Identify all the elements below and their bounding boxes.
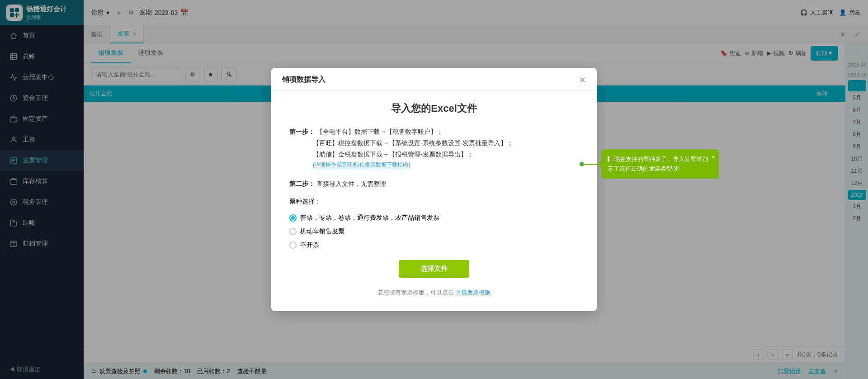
- modal-header: 销项数据导入 ✕: [271, 68, 597, 91]
- step2-content: 直接导入文件，无需整理: [316, 180, 386, 187]
- radio-group: 普票，专票，卷票，通行费发票，农产品销售发票 机动车销售发票 不开票: [289, 214, 579, 249]
- tooltip-connector: [583, 164, 598, 165]
- step1-line3: 【航信】金税盘数据下载→【报税管理-发票数据导出】；: [313, 149, 579, 160]
- modal-overlay: 销项数据导入 ✕ 导入您的Excel文件 第一步： 【全电平台】数据下载→【税务…: [0, 0, 868, 379]
- radio-none-label: 不开票: [300, 241, 319, 249]
- step1-link-area: (详细操作见百旺/航信发票数据下载指南): [313, 160, 579, 170]
- step2-label: 第二步：: [289, 180, 315, 187]
- radio-motor[interactable]: 机动车销售发票: [289, 227, 579, 236]
- tooltip-close-btn[interactable]: ×: [712, 152, 715, 162]
- modal-step2: 第二步： 直接导入文件，无需整理: [289, 178, 579, 190]
- modal-close-btn[interactable]: ✕: [579, 75, 586, 85]
- modal-body: 导入您的Excel文件 第一步： 【全电平台】数据下载→【税务数字账户】； 【百…: [271, 91, 597, 311]
- radio-normal-circle: [289, 214, 297, 222]
- import-modal: 销项数据导入 ✕ 导入您的Excel文件 第一步： 【全电平台】数据下载→【税务…: [271, 68, 597, 311]
- radio-none[interactable]: 不开票: [289, 241, 579, 249]
- tooltip-popup: × 现在支持的票种多了，导入发票时别忘了选择正确的发票类型呀!: [601, 149, 719, 179]
- select-file-label: 选择文件: [420, 265, 448, 272]
- radio-normal-label: 普票，专票，卷票，通行费发票，农产品销售发票: [300, 214, 439, 222]
- step1-content: 【百旺】税控盘数据下载→【系统设置-系统参数设置-发票批量导入】； 【航信】金税…: [313, 137, 579, 160]
- radio-normal[interactable]: 普票，专票，卷票，通行费发票，农产品销售发票: [289, 214, 579, 222]
- footer-text: 若您没有发票模版，可以点击: [377, 289, 454, 296]
- step1-label: 第一步：: [289, 128, 315, 135]
- tooltip-text: 现在支持的票种多了，导入发票时别忘了选择正确的发票类型呀!: [608, 156, 708, 172]
- modal-step1: 第一步： 【全电平台】数据下载→【税务数字账户】； 【百旺】税控盘数据下载→【系…: [289, 126, 579, 170]
- download-template-link[interactable]: 下载发票模版: [455, 289, 491, 296]
- step1-line1: 【全电平台】数据下载→【税务数字账户】；: [316, 128, 443, 135]
- modal-title: 销项数据导入: [282, 75, 326, 85]
- modal-footer: 若您没有发票模版，可以点击 下载发票模版: [289, 289, 579, 297]
- radio-motor-circle: [289, 228, 297, 235]
- select-file-btn[interactable]: 选择文件: [399, 260, 469, 278]
- step1-line2: 【百旺】税控盘数据下载→【系统设置-系统参数设置-发票批量导入】；: [313, 137, 579, 149]
- radio-none-circle: [289, 242, 297, 249]
- ticket-label: 票种选择：: [289, 198, 321, 206]
- step1-guide-link[interactable]: (详细操作见百旺/航信发票数据下载指南): [313, 161, 410, 168]
- modal-main-title: 导入您的Excel文件: [289, 102, 579, 115]
- radio-motor-label: 机动车销售发票: [300, 227, 344, 236]
- tooltip-bar: [608, 156, 609, 162]
- ticket-selector-row: 票种选择：: [289, 198, 579, 206]
